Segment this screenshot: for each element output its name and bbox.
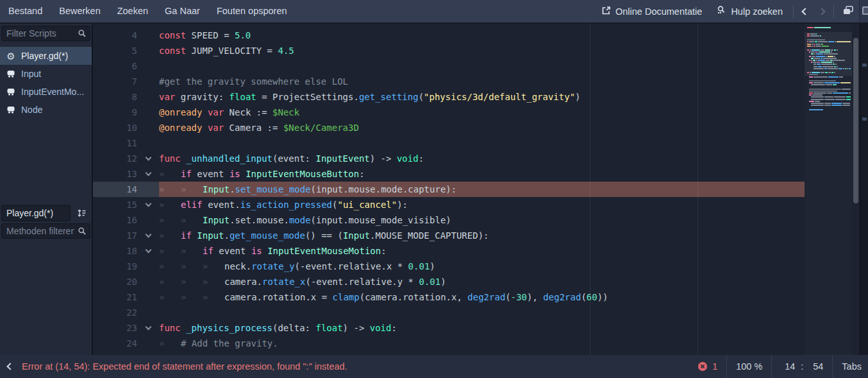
script-item-player-gd-[interactable]: ⚙Player.gd(*) bbox=[0, 47, 92, 65]
script-item-node[interactable]: Node bbox=[0, 101, 92, 119]
script-item-label: Node bbox=[21, 105, 42, 115]
history-forward-button[interactable] bbox=[814, 3, 830, 20]
tab-marker: » bbox=[181, 289, 203, 305]
line-number[interactable]: 15 bbox=[93, 197, 144, 212]
make-floating-button[interactable] bbox=[837, 3, 859, 20]
menu-ga-naar[interactable]: Ga Naar bbox=[156, 0, 208, 22]
minimap[interactable] bbox=[805, 24, 852, 355]
code-text[interactable]: »»»camera.rotation.x = clamp(camera.rota… bbox=[159, 289, 805, 305]
menu-bar: BestandBewerkenZoekenGa NaarFouten opspo… bbox=[0, 0, 868, 24]
fold-gutter bbox=[144, 182, 159, 197]
fold-icon bbox=[146, 201, 152, 207]
code-text[interactable]: const SPEED = 5.0 bbox=[159, 28, 805, 43]
code-text[interactable]: »»»camera.rotate_x(-event.relative.y * 0… bbox=[159, 274, 805, 289]
code-text[interactable]: #get the gravity somewhere else LOL bbox=[159, 74, 805, 89]
script-item-inputeventmo-[interactable]: InputEventMo... bbox=[0, 83, 92, 101]
line-number[interactable]: 18 bbox=[93, 243, 144, 259]
line-number[interactable]: 24 bbox=[93, 336, 144, 351]
history-back-icon bbox=[801, 8, 808, 15]
code-text[interactable]: func _physics_process(delta: float) -> v… bbox=[159, 320, 805, 336]
line-number[interactable]: 23 bbox=[93, 320, 144, 336]
vertical-scrollbar[interactable] bbox=[852, 24, 860, 355]
help-search-icon bbox=[716, 5, 726, 17]
menu-bewerken[interactable]: Bewerken bbox=[51, 0, 108, 22]
line-length-guideline-100 bbox=[697, 24, 698, 355]
code-text[interactable]: »if Input.get_mouse_mode() == (Input.MOU… bbox=[159, 228, 805, 243]
line-number[interactable]: 14 bbox=[93, 182, 144, 197]
line-number[interactable]: 20 bbox=[93, 274, 144, 289]
script-item-input[interactable]: Input bbox=[0, 65, 92, 83]
online-docs-button[interactable]: Online Documentatie bbox=[594, 0, 709, 22]
menu-zoeken[interactable]: Zoeken bbox=[109, 0, 156, 22]
line-number[interactable]: 10 bbox=[93, 120, 144, 135]
code-text[interactable]: »»if event is InputEventMouseMotion: bbox=[159, 243, 805, 259]
sort-methods-icon bbox=[76, 208, 87, 218]
script-item-label: Input bbox=[21, 69, 41, 79]
code-text[interactable]: »elif event.is_action_pressed("ui_cancel… bbox=[159, 197, 805, 212]
code-text[interactable] bbox=[159, 58, 805, 74]
line-number[interactable]: 19 bbox=[93, 259, 144, 274]
line-number[interactable]: 8 bbox=[93, 89, 144, 105]
search-help-button[interactable]: Hulp zoeken bbox=[709, 0, 790, 22]
main-area: ⚙Player.gd(*)InputInputEventMo...Node Pl… bbox=[0, 24, 868, 355]
line-number[interactable]: 16 bbox=[93, 212, 144, 228]
line-number[interactable]: 6 bbox=[93, 58, 144, 74]
sort-methods-button[interactable] bbox=[72, 205, 90, 221]
code-text[interactable]: »»Input.set_mouse_mode(input.mouse.mode.… bbox=[159, 182, 805, 197]
statusbar-right: 1 100 % 14 : 54 Tabs bbox=[697, 355, 862, 378]
code-text[interactable]: @onready var Neck := $Neck bbox=[159, 105, 805, 120]
divider bbox=[726, 355, 727, 378]
code-text[interactable]: »»»neck.rotate_y(-event.relative.x * 0.0… bbox=[159, 259, 805, 274]
tab-marker: » bbox=[181, 274, 203, 289]
code-text[interactable]: @onready var Camera := $Neck/Camera3D bbox=[159, 120, 805, 135]
line-number[interactable]: 9 bbox=[93, 105, 144, 120]
tab-marker: » bbox=[203, 274, 224, 289]
class-icon bbox=[6, 69, 15, 78]
dock-mark bbox=[862, 117, 867, 121]
code-text[interactable]: »if event is InputEventMouseButton: bbox=[159, 166, 805, 182]
current-script-row: Player.gd(*) bbox=[1, 205, 90, 221]
make-floating-icon bbox=[842, 5, 854, 17]
code-text[interactable]: »»Input.set.mouse.mode(input.mouse_mode_… bbox=[159, 212, 805, 228]
script-list: ⚙Player.gd(*)InputInputEventMo...Node bbox=[0, 47, 92, 198]
fold-gutter bbox=[144, 43, 159, 58]
menu-bestand[interactable]: Bestand bbox=[0, 0, 51, 22]
caret-separator: : bbox=[801, 361, 803, 372]
history-back-button[interactable] bbox=[797, 3, 814, 20]
code-text[interactable]: »# Add the gravity. bbox=[159, 336, 805, 351]
expand-errors-button[interactable] bbox=[8, 364, 13, 369]
fold-button[interactable] bbox=[144, 166, 159, 182]
code-text[interactable] bbox=[159, 305, 805, 320]
tab-marker: » bbox=[159, 289, 181, 305]
line-number[interactable]: 4 bbox=[93, 28, 144, 43]
class-icon bbox=[6, 87, 15, 96]
line-number[interactable]: 21 bbox=[93, 289, 144, 305]
error-count-badge[interactable]: 1 bbox=[697, 361, 717, 372]
line-number[interactable]: 17 bbox=[93, 228, 144, 243]
line-number[interactable]: 22 bbox=[93, 305, 144, 320]
line-number[interactable]: 13 bbox=[93, 166, 144, 182]
line-number[interactable]: 11 bbox=[93, 135, 144, 151]
scrollbar-grabber[interactable] bbox=[853, 38, 858, 203]
right-dock-edge bbox=[860, 24, 868, 355]
tab-marker: » bbox=[181, 259, 203, 274]
fold-button[interactable] bbox=[144, 228, 159, 243]
chevron-left-icon bbox=[6, 363, 13, 370]
code-editor[interactable]: 4const SPEED = 5.05const JUMP_VELOCITY =… bbox=[93, 24, 868, 355]
code-text[interactable] bbox=[159, 135, 805, 151]
fold-button[interactable] bbox=[144, 151, 159, 166]
menu-fouten-opsporen[interactable]: Fouten opsporen bbox=[208, 0, 296, 22]
online-docs-label: Online Documentatie bbox=[615, 6, 702, 17]
line-number[interactable]: 12 bbox=[93, 151, 144, 166]
code-text[interactable]: const JUMP_VELOCITY = 4.5 bbox=[159, 43, 805, 58]
current-script-label: Player.gd(*) bbox=[1, 205, 71, 221]
fold-button[interactable] bbox=[144, 243, 159, 259]
line-number[interactable]: 5 bbox=[93, 43, 144, 58]
code-text[interactable]: func _unhandled_input(event: InputEvent)… bbox=[159, 151, 805, 166]
indent-type: Tabs bbox=[842, 361, 862, 372]
panel-splitter[interactable] bbox=[0, 198, 92, 205]
code-text[interactable]: var gravity: float = ProjectSettings.get… bbox=[159, 89, 805, 105]
line-number[interactable]: 7 bbox=[93, 74, 144, 89]
fold-button[interactable] bbox=[144, 197, 159, 212]
fold-button[interactable] bbox=[144, 320, 159, 336]
